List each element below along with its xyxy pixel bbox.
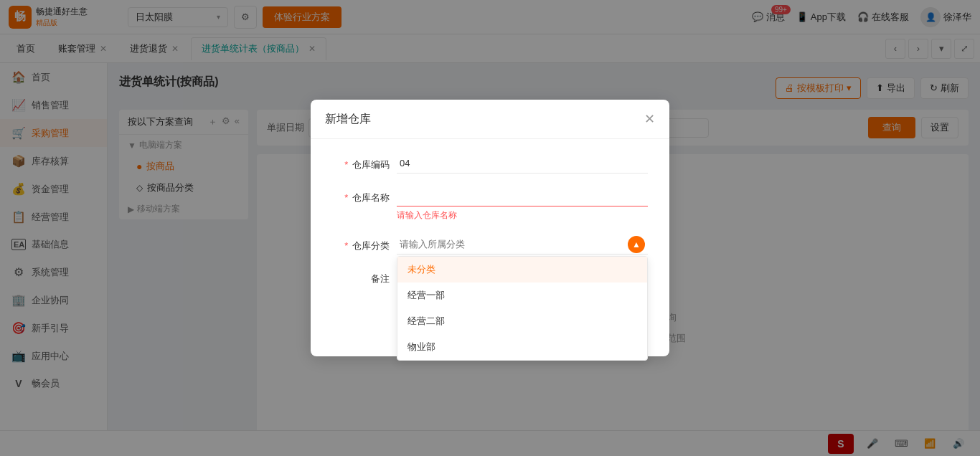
warehouse-code-input[interactable] <box>397 153 648 174</box>
warehouse-category-input[interactable] <box>397 234 648 255</box>
warehouse-name-input[interactable] <box>397 186 648 206</box>
modal-overlay: 新增仓库 ✕ * 仓库编码 * 仓库名称 <box>0 0 980 456</box>
modal-header: 新增仓库 ✕ <box>311 100 669 139</box>
warehouse-category-wrapper: ▲ 未分类 经营一部 经营二部 物业部 <box>397 234 648 255</box>
notes-label: 备注 <box>332 267 390 285</box>
dropdown-item-dept2[interactable]: 经营二部 <box>397 308 647 334</box>
new-warehouse-modal: 新增仓库 ✕ * 仓库编码 * 仓库名称 <box>311 100 669 356</box>
dropdown-item-property[interactable]: 物业部 <box>397 334 647 360</box>
modal-body: * 仓库编码 * 仓库名称 请输入仓库名称 <box>311 139 669 318</box>
warehouse-name-row: * 仓库名称 请输入仓库名称 <box>332 186 648 222</box>
warehouse-category-row: * 仓库分类 ▲ 未分类 经营一部 经营二部 <box>332 234 648 255</box>
warehouse-code-label: * 仓库编码 <box>332 153 390 171</box>
warehouse-category-label: * 仓库分类 <box>332 234 390 252</box>
modal-close-btn[interactable]: ✕ <box>644 111 655 127</box>
warehouse-name-label: * 仓库名称 <box>332 186 390 204</box>
category-dropdown-arrow[interactable]: ▲ <box>628 236 645 253</box>
category-dropdown-list: 未分类 经营一部 经营二部 物业部 <box>397 256 648 361</box>
warehouse-code-wrapper <box>397 153 648 174</box>
modal-title: 新增仓库 <box>325 112 371 127</box>
warehouse-name-wrapper: 请输入仓库名称 <box>397 186 648 222</box>
dropdown-item-dept1[interactable]: 经营一部 <box>397 282 647 308</box>
warehouse-name-error: 请输入仓库名称 <box>397 209 648 222</box>
warehouse-code-row: * 仓库编码 <box>332 153 648 174</box>
dropdown-item-uncategorized[interactable]: 未分类 <box>397 257 647 282</box>
